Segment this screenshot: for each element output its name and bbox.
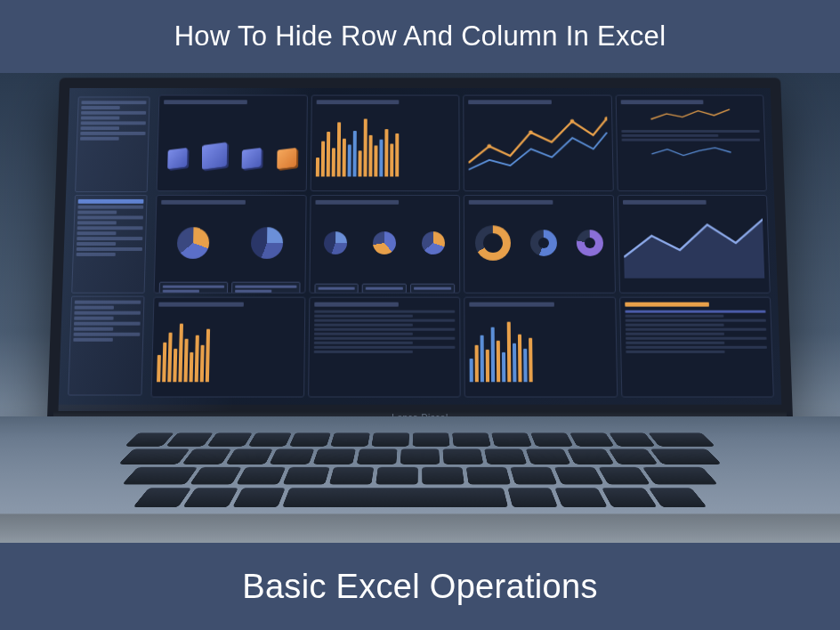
svg-point-0	[487, 144, 491, 149]
panel-stats-list	[619, 297, 774, 398]
laptop-screen	[47, 77, 793, 421]
panel-donuts	[464, 195, 616, 294]
panel-area	[617, 195, 770, 294]
sidebar-panel	[75, 97, 149, 193]
dashboard-sidebar	[64, 93, 154, 400]
hero-illustration: Lonca Discol	[0, 73, 840, 543]
laptop-keyboard	[50, 432, 790, 503]
sidebar-panel	[68, 295, 144, 395]
panel-pies	[154, 195, 307, 294]
panel-bars-mixed	[464, 297, 618, 398]
panel-data-table	[308, 297, 461, 398]
page-subtitle: Basic Excel Operations	[242, 568, 597, 606]
sidebar-panel	[71, 195, 147, 293]
page-title: How To Hide Row And Column In Excel	[174, 20, 666, 52]
panel-bars-large	[310, 95, 460, 191]
panel-3d-shapes	[157, 95, 308, 191]
panel-pies-small	[309, 195, 460, 294]
panel-sparkline-stats	[615, 95, 767, 191]
svg-marker-4	[623, 219, 764, 278]
panel-bars-orange	[151, 297, 305, 398]
footer-band: Basic Excel Operations	[0, 543, 840, 630]
dashboard-grid	[149, 93, 775, 400]
header-band: How To Hide Row And Column In Excel	[0, 0, 840, 73]
panel-linechart	[463, 95, 613, 191]
